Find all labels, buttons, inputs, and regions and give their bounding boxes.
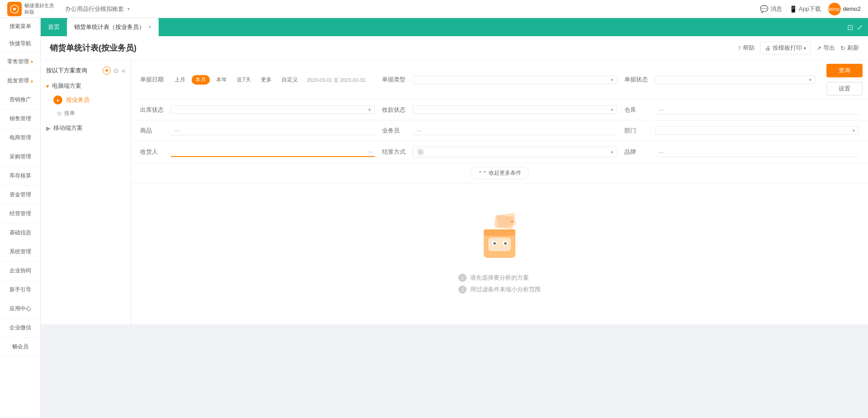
consignee-input[interactable]: [173, 148, 366, 155]
sidebar-item-apps[interactable]: 应用中心: [0, 299, 40, 318]
filter-row-4: 收货人 ··· 结算方式 ×: [131, 141, 868, 163]
export-icon: ↗: [816, 45, 821, 52]
scheme-mobile-group[interactable]: ▶ 移动端方案: [41, 121, 131, 135]
sidebar-item-purchase[interactable]: 采购管理: [0, 147, 40, 166]
consignee-label: 收货人: [140, 148, 167, 156]
goods-dots[interactable]: ···: [175, 127, 180, 134]
refresh-btn[interactable]: ↻ 刷新: [840, 44, 859, 52]
tab-home[interactable]: 首页: [41, 18, 67, 36]
sidebar-item-member[interactable]: 畅会员: [0, 337, 40, 356]
filter-salesperson: 业务员 ···: [378, 124, 620, 137]
export-btn[interactable]: ↗ 导出: [816, 44, 835, 52]
message-icon: 💬: [760, 5, 769, 13]
tab-expand-icon[interactable]: ⤢: [857, 23, 863, 32]
tab-minimize-icon[interactable]: ⊡: [847, 23, 853, 32]
sidebar-item-wholesale[interactable]: 批发管理 ▴: [0, 71, 40, 90]
date-cur-year-btn[interactable]: 本年: [212, 75, 231, 85]
date-range-value: 2023-03-01 至 2023-03-31: [307, 77, 366, 84]
step2-circle: 2: [458, 285, 467, 294]
svg-point-9: [505, 242, 507, 245]
scheme-active-dot: ●: [53, 95, 62, 104]
scheme-edit-icon[interactable]: ⊙: [113, 67, 119, 74]
sidebar-item-finance[interactable]: 资金管理: [0, 185, 40, 204]
department-arrow-icon: ▾: [853, 128, 855, 133]
payment-method-label: 结算方式: [382, 148, 409, 156]
page-content: 销货单统计表(按业务员) ? 帮助 🖨 按模板打印 ▾: [41, 36, 868, 418]
date-custom-btn[interactable]: 自定义: [278, 75, 302, 85]
payment-clear-btn[interactable]: ×: [417, 148, 424, 156]
warehouse-dots[interactable]: ···: [659, 106, 664, 113]
scheme-header-actions: + ⊙ «: [103, 66, 125, 75]
date-cur-month-btn[interactable]: 本月: [192, 75, 210, 85]
consignee-dots[interactable]: ···: [368, 148, 373, 155]
sidebar-item-basic[interactable]: 基础信息: [0, 223, 40, 242]
filter-row-2: 出库状态 ▾ 收款状态: [131, 100, 868, 120]
scheme-item-by-doc[interactable]: ⊙ 按单: [41, 107, 131, 119]
consignee-input-area: ···: [171, 147, 375, 157]
sidebar-item-marketing[interactable]: 营销推广: [0, 90, 40, 109]
scheme-collapse-icon[interactable]: «: [122, 67, 125, 74]
sidebar-item-sales[interactable]: 销售管理: [0, 109, 40, 128]
sidebar-item-retail[interactable]: 零售管理 ▾: [0, 52, 40, 71]
retail-arrow: ▾: [31, 59, 33, 64]
doc-type-label: 单据类型: [382, 76, 409, 84]
page-inner: 销货单统计表(按业务员) ? 帮助 🖨 按模板打印 ▾: [41, 36, 868, 324]
date-prev-month-btn[interactable]: 上月: [171, 75, 189, 85]
department-select[interactable]: ▾: [655, 126, 859, 135]
doc-status-select[interactable]: ▾: [655, 76, 816, 84]
collapse-btn[interactable]: ⌃⌃ 收起更多条件: [470, 167, 529, 179]
logo-icon: [7, 2, 22, 16]
collapse-row: ⌃⌃ 收起更多条件: [131, 163, 868, 183]
payment-method-select[interactable]: × ▾: [413, 147, 617, 157]
sidebar-item-operations[interactable]: 经营管理: [0, 204, 40, 223]
receipt-status-select[interactable]: ▾: [413, 105, 617, 114]
print-template-btn[interactable]: 🖨 按模板打印 ▾: [760, 42, 811, 54]
receipt-status-label: 收款状态: [382, 106, 409, 114]
sidebar-item-search[interactable]: 搜索菜单: [0, 18, 40, 35]
sidebar-item-ecommerce[interactable]: 电商管理: [0, 128, 40, 147]
doc-type-arrow-icon: ▾: [611, 77, 613, 82]
scheme-mobile-arrow: ▶: [46, 125, 51, 132]
svg-rect-4: [484, 229, 515, 236]
svg-rect-5: [488, 238, 511, 251]
wholesale-arrow: ▴: [31, 78, 33, 83]
message-btn[interactable]: 💬 消息: [760, 5, 782, 13]
settings-button[interactable]: 设置: [826, 82, 863, 95]
sidebar-item-inventory[interactable]: 库存核算: [0, 166, 40, 185]
goods-label: 商品: [140, 127, 167, 135]
print-dropdown-icon: ▾: [804, 46, 806, 51]
app-download-btn[interactable]: 📱 App下载: [789, 5, 821, 13]
tab-active[interactable]: 销货单统计表（按业务员） ×: [67, 18, 159, 36]
scheme-pc-group-title[interactable]: ▾ 电脑端方案: [41, 79, 131, 93]
empty-icon-wrap: ✦ ·: [472, 210, 527, 265]
tab-close-icon[interactable]: ×: [148, 24, 151, 30]
sidebar-item-newuser[interactable]: 新手引导: [0, 280, 40, 299]
filter-consignee: 收货人 ···: [137, 145, 378, 159]
brand-dots[interactable]: ···: [659, 148, 664, 156]
sidebar-item-system[interactable]: 系统管理: [0, 242, 40, 261]
sidebar-item-quick-nav[interactable]: 快捷导航: [0, 35, 40, 52]
date-filter-group: 上月 本月 本年 近7天 更多 自定义 2023-03-01 至 2023-03…: [171, 75, 365, 85]
sidebar-item-wechat[interactable]: 企业微信: [0, 318, 40, 337]
date-more-btn[interactable]: 更多: [257, 75, 275, 85]
empty-text: 1 请先选择要分析的方案 2 用过滤条件来缩小分析范围: [458, 274, 541, 297]
main-layout: 搜索菜单 快捷导航 零售管理 ▾ 批发管理 ▴ 营销推广 销售管理 电商管理 采…: [0, 18, 868, 418]
user-profile[interactable]: demo2 demo2: [828, 3, 861, 15]
out-status-select[interactable]: ▾: [171, 105, 375, 114]
date-7days-btn[interactable]: 近7天: [233, 75, 255, 85]
sidebar-item-enterprise[interactable]: 企业协同: [0, 261, 40, 280]
query-button[interactable]: 查询: [826, 64, 863, 77]
scheme-pc-arrow: ▾: [46, 83, 49, 90]
salesperson-dots[interactable]: ···: [416, 127, 422, 134]
doc-type-select[interactable]: ▾: [413, 76, 617, 84]
help-btn[interactable]: ? 帮助: [738, 44, 755, 52]
tab-bar-right: ⊡ ⤢: [847, 23, 868, 32]
nav-left: 畅捷通好生意 标版 办公用品行业模拟账套 ▾: [7, 2, 130, 16]
receipt-status-arrow-icon: ▾: [611, 107, 613, 112]
scheme-add-icon[interactable]: +: [103, 66, 111, 75]
filter-out-status: 出库状态 ▾: [137, 104, 378, 116]
title-dropdown-icon[interactable]: ▾: [127, 6, 130, 11]
right-panel: 单据日期 上月 本月 本年 近7天 更多 自定义: [131, 60, 868, 324]
scheme-item-salesperson[interactable]: ● 按业务员: [41, 93, 131, 107]
logo-text: 畅捷通好生意 标版: [24, 3, 54, 14]
